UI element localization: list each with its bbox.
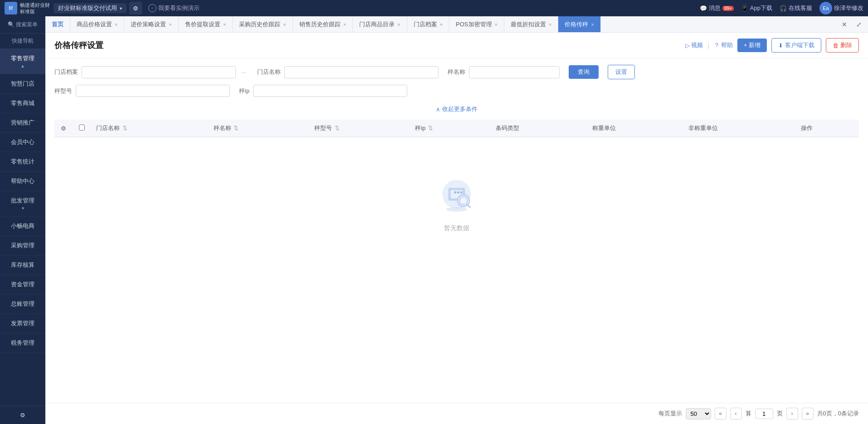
tab-purchase-strategy[interactable]: 进价策略设置 × <box>124 16 178 33</box>
table-area: ⚙ 门店名称 ⇅ 秤名称 ⇅ <box>45 120 868 403</box>
tab-price-scale[interactable]: 价格传秤 × <box>558 16 600 33</box>
sidebar-search-label: 搜索菜单 <box>16 21 38 28</box>
tab-sale-price-extract[interactable]: 售价提取设置 × <box>179 16 233 33</box>
sidebar-item-marketing[interactable]: 营销推广 <box>0 113 45 133</box>
sidebar-item-purchase-mgmt[interactable]: 采购管理 <box>0 236 45 255</box>
close-icon[interactable]: × <box>343 22 346 27</box>
demo-icon: ○ <box>148 4 156 12</box>
close-icon[interactable]: × <box>283 22 286 27</box>
scale-model-label: 秤型号 <box>54 87 72 95</box>
next-page-button[interactable]: › <box>786 408 798 419</box>
close-icon[interactable]: × <box>169 22 171 27</box>
sidebar-item-label: 帮助中心 <box>11 177 34 185</box>
th-non-weight-unit: 非称重单位 <box>683 120 796 137</box>
data-table: ⚙ 门店名称 ⇅ 秤名称 ⇅ <box>54 120 859 137</box>
main-layout: 🔍 搜索菜单 快捷导航 零售管理 ▲ 智慧门店 零售商城 营销推广 会员中心 <box>0 16 868 424</box>
page-header-actions: ▷ 视频 | ？ 帮助 + 新增 ⬇ 客户端下载 <box>685 38 859 53</box>
last-page-button[interactable]: » <box>802 408 814 419</box>
video-button[interactable]: ▷ 视频 <box>685 41 703 49</box>
tab-sale-history-track[interactable]: 销售历史价跟踪 × <box>293 16 353 33</box>
sidebar-item-help[interactable]: 帮助中心 <box>0 172 45 191</box>
sidebar-item-wholesale-mgmt[interactable]: 批发管理 ▾ <box>0 191 45 217</box>
config-button[interactable]: ⚙ <box>129 2 142 14</box>
scale-name-input[interactable] <box>469 66 560 78</box>
th-scale-model: 秤型号 ⇅ <box>309 120 410 137</box>
scale-name-label: 秤名称 <box>448 68 465 76</box>
sidebar-item-tax-mgmt[interactable]: 税务管理 <box>0 333 45 353</box>
close-icon[interactable]: × <box>440 22 443 27</box>
select-all-checkbox[interactable] <box>79 125 85 130</box>
sidebar-settings[interactable]: ⚙ <box>0 406 45 424</box>
close-icon[interactable]: × <box>495 22 497 27</box>
version-selector[interactable]: 好业财标准版交付试用 ▾ <box>54 3 127 13</box>
close-icon[interactable]: × <box>591 22 594 27</box>
download-icon: ⬇ <box>778 42 783 49</box>
maximize-tab-button[interactable]: ⤢ <box>853 19 864 30</box>
prev-page-button[interactable]: ‹ <box>730 408 742 419</box>
sidebar-item-ecommerce[interactable]: 小畅电商 <box>0 217 45 236</box>
close-icon[interactable]: × <box>549 22 551 27</box>
sidebar-quick-nav[interactable]: 快捷导航 <box>0 34 45 49</box>
logo-text: 畅捷通好业财 标准版 <box>20 2 50 15</box>
tab-bar-end: ✕ ⤢ <box>835 19 868 30</box>
sidebar-item-label: 资金管理 <box>11 280 34 289</box>
add-button[interactable]: + 新增 <box>737 39 767 52</box>
user-menu[interactable]: Ea 徐泽华修改 <box>819 2 863 14</box>
empty-icon <box>434 173 479 219</box>
sidebar-item-retail-mall[interactable]: 零售商城 <box>0 94 45 113</box>
first-page-button[interactable]: « <box>715 408 727 419</box>
sidebar-item-inventory[interactable]: 库存核算 <box>0 255 45 275</box>
filter-row-2: 秤型号 秤ip <box>54 85 859 97</box>
empty-state: 暂无数据 <box>54 137 859 269</box>
sidebar-item-label: 小畅电商 <box>11 222 34 230</box>
app-logo: 财 畅捷通好业财 标准版 <box>5 2 50 15</box>
query-button[interactable]: 查询 <box>569 65 599 79</box>
th-scale-ip: 秤ip ⇅ <box>410 120 490 137</box>
page-suffix: 页 <box>777 410 783 418</box>
tab-min-discount[interactable]: 最低折扣设置 × <box>504 16 558 33</box>
close-icon[interactable]: × <box>223 22 226 27</box>
sidebar-search[interactable]: 🔍 搜索菜单 <box>0 16 45 34</box>
gear-icon: ⚙ <box>20 412 25 419</box>
page-title: 价格传秤设置 <box>54 40 103 51</box>
close-icon[interactable]: × <box>397 22 400 27</box>
scale-ip-label: 秤ip <box>239 87 249 95</box>
scale-ip-input[interactable] <box>253 85 407 97</box>
tab-store-profile[interactable]: 门店档案 × <box>407 16 449 33</box>
close-tab-button[interactable]: ✕ <box>839 19 850 30</box>
page-size-select[interactable]: 50 10 20 100 <box>686 408 711 419</box>
scale-model-input[interactable] <box>76 85 230 97</box>
store-name-input[interactable] <box>284 66 439 78</box>
store-profile-input[interactable] <box>82 66 236 78</box>
sidebar-item-ledger[interactable]: 总账管理 <box>0 294 45 314</box>
sidebar-item-retail-mgmt[interactable]: 零售管理 ▲ <box>0 49 45 74</box>
page-number-input[interactable] <box>755 409 773 419</box>
sidebar-item-smart-store[interactable]: 智慧门店 <box>0 74 45 94</box>
help-button[interactable]: ？ 帮助 <box>714 41 733 49</box>
th-settings[interactable]: ⚙ <box>54 120 73 137</box>
close-icon[interactable]: × <box>115 22 117 27</box>
page-total: 共0页，0条记录 <box>817 410 859 418</box>
demo-link[interactable]: ○ 我要看实例演示 <box>148 4 200 12</box>
tab-pos-encrypt-mgmt[interactable]: POS加密管理 × <box>449 16 504 33</box>
settings-query-button[interactable]: 设置 <box>608 65 635 79</box>
online-service-button[interactable]: 🎧 在线客服 <box>780 4 812 12</box>
sidebar-item-member-center[interactable]: 会员中心 <box>0 133 45 152</box>
sidebar-item-invoice-mgmt[interactable]: 发票管理 <box>0 314 45 333</box>
store-profile-dots[interactable]: ··· <box>239 69 248 76</box>
tab-store-catalog[interactable]: 门店商品目录 × <box>353 16 407 33</box>
sidebar-item-finance[interactable]: 资金管理 <box>0 275 45 294</box>
tab-home[interactable]: 首页 <box>45 16 70 33</box>
chevron-down-icon: ▾ <box>22 206 24 211</box>
delete-button[interactable]: 🗑 删除 <box>826 38 859 53</box>
tab-purchase-history-track[interactable]: 采购历史价跟踪 × <box>233 16 293 33</box>
tab-commodity-price-setting[interactable]: 商品价格设置 × <box>70 16 124 33</box>
sidebar-item-retail-stats[interactable]: 零售统计 <box>0 152 45 172</box>
messages-button[interactable]: 💬 消息 99+ <box>700 4 734 12</box>
filter-collapse-button[interactable]: ∧ 收起更多条件 <box>54 102 859 118</box>
messages-badge: 99+ <box>722 6 734 11</box>
app-download-button[interactable]: 📱 App下载 <box>741 4 772 12</box>
download-button[interactable]: ⬇ 客户端下载 <box>771 38 821 53</box>
page-header: 价格传秤设置 ▷ 视频 | ？ 帮助 + 新增 <box>45 33 868 58</box>
sidebar: 🔍 搜索菜单 快捷导航 零售管理 ▲ 智慧门店 零售商城 营销推广 会员中心 <box>0 16 45 424</box>
